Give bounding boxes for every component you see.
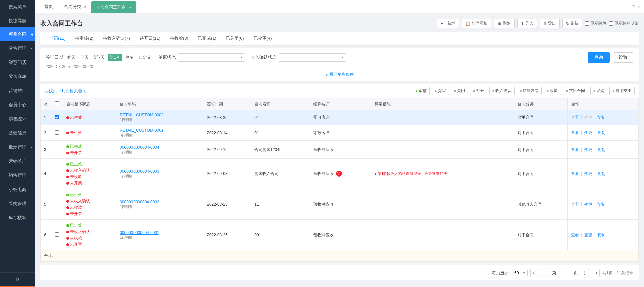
page-size-select[interactable]: 20 50 100: [512, 270, 528, 276]
delete-button[interactable]: 🗑 删除: [494, 19, 515, 28]
row-checkbox-input[interactable]: [55, 171, 59, 175]
sidebar-item-inventory[interactable]: 库存核算: [0, 211, 35, 225]
row-checkbox[interactable]: [51, 189, 63, 220]
filter-tab-all[interactable]: 全部(11): [44, 32, 70, 45]
filter-tab-pending-collect[interactable]: 待收款(8): [165, 32, 193, 45]
view-link[interactable]: 查看: [571, 147, 579, 153]
window-close-icon[interactable]: ×: [637, 4, 640, 9]
change-link[interactable]: 变更: [584, 115, 592, 120]
next-page-button[interactable]: ⟩: [581, 269, 589, 277]
tab-income-contract[interactable]: 收入合同工作台 ×: [91, 1, 136, 13]
refresh-button[interactable]: ↻ 刷新: [562, 19, 582, 28]
output-contract-button[interactable]: ■ 支出合同: [563, 87, 588, 95]
contract-board-button[interactable]: 📋 合同看板: [462, 19, 491, 28]
sales-invoice-button[interactable]: ■ 销售发票: [517, 87, 542, 95]
settings-button[interactable]: 设置: [613, 52, 633, 63]
copy-link[interactable]: 复制: [597, 130, 605, 136]
code-link[interactable]: RETAIL_CUSTOM-0003: [120, 113, 163, 117]
sidebar-item-marketing[interactable]: 营销推广: [0, 84, 35, 98]
copy-link[interactable]: 复制: [597, 115, 605, 120]
code-link[interactable]: 0000000000004-0001: [120, 230, 159, 235]
copy-link[interactable]: 复制: [597, 147, 605, 153]
filter-tab-pending-review[interactable]: 待审核(2): [70, 32, 98, 45]
view-link[interactable]: 查看: [571, 232, 579, 238]
sidebar-item-marketing2[interactable]: 营销推广: [0, 154, 35, 168]
sidebar-item-xiaochang[interactable]: 小畅电商: [0, 182, 35, 197]
show-stage-checkbox[interactable]: 显示阶段: [585, 20, 606, 26]
import-button[interactable]: ⬇ 导入: [517, 19, 537, 28]
change-link[interactable]: 变更: [584, 130, 592, 136]
abandon-review-button[interactable]: ● 弃审: [432, 87, 449, 95]
change-link[interactable]: 变更: [584, 202, 592, 207]
sidebar-settings[interactable]: ⚙: [0, 272, 35, 286]
view-link[interactable]: 查看: [571, 130, 579, 136]
filter-tab-closed[interactable]: 已关闭(0): [221, 32, 249, 45]
row-checkbox-input[interactable]: [55, 147, 59, 151]
row-checkbox[interactable]: [51, 125, 63, 141]
sidebar-item-member-center[interactable]: 会员中心: [0, 98, 35, 112]
filter-tab-pending-income-confirm[interactable]: 待收入确认(7): [98, 32, 135, 45]
show-detail-input[interactable]: [609, 21, 613, 26]
sidebar-item-retail-mall[interactable]: 零售商城: [0, 70, 35, 84]
row-checkbox[interactable]: [51, 141, 63, 159]
code-link[interactable]: 0000000000004-0003: [120, 169, 159, 174]
collect-button[interactable]: ■ 收款: [544, 87, 561, 95]
income-confirm-select[interactable]: [279, 53, 346, 62]
doc-status-select[interactable]: [178, 53, 245, 62]
sidebar-item-retail-stats[interactable]: 零售统计: [0, 112, 35, 126]
show-detail-checkbox[interactable]: 显示标的明细: [609, 20, 639, 26]
review-button[interactable]: ● 审核: [413, 87, 430, 95]
query-button[interactable]: 查询: [588, 52, 610, 63]
copy-link[interactable]: 复制: [597, 232, 605, 238]
page-number-input[interactable]: [559, 270, 571, 276]
sidebar-item-retail-mgmt[interactable]: 零售管理 ▲: [0, 41, 35, 55]
expense-output-button[interactable]: ■ 费用支出: [609, 87, 635, 95]
change-link[interactable]: 变更: [584, 147, 592, 153]
sidebar-item-sales-mgmt[interactable]: 销售管理: [0, 168, 35, 182]
col-settings[interactable]: ⚙: [41, 98, 51, 110]
row-checkbox-input[interactable]: [55, 115, 59, 119]
view-link[interactable]: 查看: [571, 171, 579, 177]
date-yesterday[interactable]: 昨天: [65, 54, 77, 61]
window-restore-icon[interactable]: □: [632, 4, 635, 9]
row-checkbox[interactable]: [51, 220, 63, 250]
date-last1month[interactable]: 近1月: [108, 54, 122, 61]
tab-contract-category[interactable]: 合同分类 ×: [59, 0, 91, 13]
purchase-button[interactable]: ■ 采购: [590, 87, 607, 95]
expand-conditions-button[interactable]: ∨ 展开更多条件: [46, 72, 633, 77]
change-link[interactable]: 变更: [584, 171, 592, 177]
code-link[interactable]: RETAIL_CUSTOM-0001: [120, 128, 163, 133]
horizontal-scrollbar[interactable]: [40, 262, 639, 265]
view-link[interactable]: 查看: [571, 115, 579, 120]
prev-page-button[interactable]: ⟨: [541, 269, 549, 277]
close-contract-button[interactable]: ■ 关闭: [451, 87, 468, 95]
tab-active-close-icon[interactable]: ×: [129, 1, 131, 13]
row-checkbox-input[interactable]: [55, 202, 59, 206]
tab-close-icon[interactable]: ×: [84, 0, 86, 13]
copy-link[interactable]: 复制: [597, 171, 605, 177]
last-page-button[interactable]: ⟩⟩: [592, 269, 600, 277]
view-link[interactable]: 查看: [571, 202, 579, 207]
sidebar-item-purchase-mgmt[interactable]: 采购管理: [0, 197, 35, 211]
sidebar-item-wholesale-mgmt[interactable]: 批发管理 ▲: [0, 140, 35, 154]
first-page-button[interactable]: ⟨⟨: [530, 269, 538, 277]
row-checkbox-input[interactable]: [55, 130, 59, 135]
row-checkbox[interactable]: [51, 110, 63, 125]
copy-link[interactable]: 复制: [597, 202, 605, 207]
show-stage-input[interactable]: [585, 21, 589, 26]
export-button[interactable]: ⬆ 导出: [540, 19, 560, 28]
filter-tab-changed[interactable]: 已变更(4): [249, 32, 277, 45]
income-confirm-button[interactable]: ■ 收入确认: [489, 87, 515, 95]
row-checkbox-input[interactable]: [55, 232, 59, 237]
sidebar-item-project[interactable]: 项目合同 ◀: [0, 27, 35, 41]
open-contract-button[interactable]: ■ 打开: [470, 87, 487, 95]
code-link[interactable]: 0000000000004-0002: [120, 200, 159, 204]
code-link[interactable]: 0000000000004-0004: [120, 145, 159, 150]
add-button[interactable]: + + 新增: [437, 19, 459, 28]
col-checkbox[interactable]: [51, 98, 63, 110]
sidebar-search[interactable]: 搜索菜单: [0, 0, 35, 14]
sidebar-item-smart-store[interactable]: 智慧门店: [0, 55, 35, 70]
row-checkbox[interactable]: [51, 159, 63, 189]
filter-tab-pending-invoice[interactable]: 待开票(11): [135, 32, 165, 45]
date-custom[interactable]: 自定义: [137, 54, 153, 61]
